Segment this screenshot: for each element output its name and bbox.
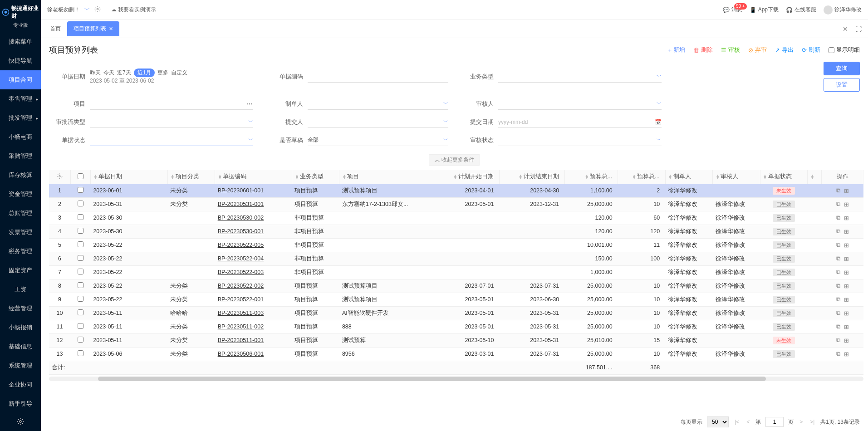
sidebar-item-7[interactable]: 库存核算 xyxy=(0,166,41,185)
last-page-button[interactable]: >| xyxy=(809,419,816,425)
code-link[interactable]: BP-20230522-005 xyxy=(218,242,264,248)
date-shortcut[interactable]: 更多 xyxy=(157,69,168,77)
collapse-filters-button[interactable]: ︽ 收起更多条件 xyxy=(429,154,480,166)
date-shortcut[interactable]: 今天 xyxy=(103,69,114,77)
sidebar-item-9[interactable]: 总账管理 xyxy=(0,204,41,223)
row-checkbox[interactable] xyxy=(78,337,83,343)
more-icon[interactable]: ⊞ xyxy=(844,269,849,276)
more-icon[interactable]: ⊞ xyxy=(844,351,849,358)
row-checkbox[interactable] xyxy=(78,214,83,220)
more-icon[interactable]: ⊞ xyxy=(844,228,849,235)
col-extra[interactable]: ▲▼ xyxy=(808,170,822,184)
sidebar-item-11[interactable]: 税务管理 xyxy=(0,242,41,261)
sidebar-item-17[interactable]: 系统管理 xyxy=(0,356,41,375)
flowtype-select[interactable]: ﹀ xyxy=(90,116,253,128)
row-checkbox[interactable] xyxy=(78,350,83,356)
table-row[interactable]: 62023-05-22BP-20230522-004非项目预算150.00100… xyxy=(49,252,863,265)
table-row[interactable]: 42023-05-30BP-20230530-001非项目预算120.00120… xyxy=(49,225,863,238)
more-icon[interactable]: ⊞ xyxy=(844,242,849,249)
show-detail-checkbox[interactable] xyxy=(829,47,834,53)
close-icon[interactable]: ✕ xyxy=(109,26,113,32)
view-icon[interactable]: ⧉ xyxy=(836,283,840,289)
col-biztype[interactable]: ▲▼业务类型 xyxy=(292,170,339,184)
row-checkbox[interactable] xyxy=(78,255,83,261)
customer-service-button[interactable]: 🎧 在线客服 xyxy=(786,6,816,14)
submitter-select[interactable]: ﹀ xyxy=(308,116,448,128)
more-icon[interactable]: ⊞ xyxy=(844,187,849,194)
view-icon[interactable]: ⧉ xyxy=(836,201,840,208)
sidebar-item-18[interactable]: 企业协同 xyxy=(0,375,41,394)
date-shortcut[interactable]: 近7天 xyxy=(117,69,131,77)
tab-budget-list[interactable]: 项目预算列表 ✕ xyxy=(67,21,119,36)
page-input[interactable] xyxy=(765,417,784,427)
auditstatus-select[interactable]: ﹀ xyxy=(498,134,662,146)
chevron-down-icon[interactable]: ﹀ xyxy=(84,6,90,14)
sidebar-item-5[interactable]: 小畅电商 xyxy=(0,127,41,147)
date-shortcut[interactable]: 昨天 xyxy=(90,69,101,77)
code-link[interactable]: BP-20230522-001 xyxy=(218,296,264,303)
close-all-tabs-button[interactable]: ✕ xyxy=(839,25,852,33)
row-checkbox[interactable] xyxy=(78,187,83,193)
view-icon[interactable]: ⧉ xyxy=(836,269,840,276)
table-row[interactable]: 102023-05-11哈哈哈BP-20230511-003项目预算AI智能软硬… xyxy=(49,306,863,320)
show-detail-toggle[interactable]: 显示明细 xyxy=(829,46,860,54)
code-link[interactable]: BP-20230522-002 xyxy=(218,283,264,289)
submitdate-input[interactable]: yyyy-mm-dd📅 xyxy=(498,116,662,128)
gear-icon[interactable] xyxy=(94,6,101,14)
view-icon[interactable]: ⧉ xyxy=(836,323,840,330)
sidebar-item-15[interactable]: 小畅报销 xyxy=(0,318,41,337)
more-icon[interactable]: ⊞ xyxy=(844,296,849,303)
col-date[interactable]: ▲▼单据日期 xyxy=(90,170,167,184)
date-shortcut[interactable]: 自定义 xyxy=(171,69,187,77)
view-icon[interactable]: ⧉ xyxy=(836,255,840,262)
table-row[interactable]: 22023-05-31未分类BP-20230531-001项目预算东方塞纳17-… xyxy=(49,197,863,211)
row-checkbox[interactable] xyxy=(78,269,83,274)
col-end[interactable]: ▲▼计划结束日期 xyxy=(500,170,565,184)
col-code[interactable]: ▲▼单据编码 xyxy=(215,170,292,184)
prev-page-button[interactable]: < xyxy=(745,419,751,425)
sidebar-item-10[interactable]: 发票管理 xyxy=(0,223,41,242)
table-row[interactable]: 122023-05-11未分类BP-20230511-001项目预算测试预算20… xyxy=(49,333,863,347)
table-row[interactable]: 92023-05-22未分类BP-20230522-001项目预算测试预算项目2… xyxy=(49,293,863,306)
code-link[interactable]: BP-20230511-003 xyxy=(218,310,264,316)
code-input[interactable] xyxy=(308,71,448,83)
settings-button[interactable]: 设置 xyxy=(824,78,860,92)
more-icon[interactable]: ⊞ xyxy=(844,201,849,208)
more-icon[interactable]: ⊞ xyxy=(844,337,849,344)
table-row[interactable]: 132023-05-06未分类BP-20230506-001项目预算895620… xyxy=(49,347,863,361)
code-link[interactable]: BP-20230530-001 xyxy=(218,228,264,235)
view-icon[interactable]: ⧉ xyxy=(836,310,840,317)
company-selector[interactable]: 徐老板勿删！ xyxy=(47,6,80,14)
table-row[interactable]: 82023-05-22未分类BP-20230522-002项目预算测试预算项目2… xyxy=(49,279,863,293)
col-auditor[interactable]: ▲▼审核人 xyxy=(713,170,760,184)
more-icon[interactable]: ⊞ xyxy=(844,215,849,221)
sidebar-item-8[interactable]: 资金管理 xyxy=(0,185,41,204)
code-link[interactable]: BP-20230601-001 xyxy=(218,187,264,194)
demo-link[interactable]: ☁ 我要看实例演示 xyxy=(111,6,156,14)
next-page-button[interactable]: > xyxy=(798,419,804,425)
sidebar-item-12[interactable]: 固定资产 xyxy=(0,261,41,280)
row-checkbox[interactable] xyxy=(78,323,83,329)
search-button[interactable]: 查询 xyxy=(824,62,860,75)
col-creator[interactable]: ▲▼制单人 xyxy=(665,170,712,184)
audit-button[interactable]: ☰审核 xyxy=(721,46,740,54)
table-row[interactable]: 32023-05-30BP-20230530-002非项目预算120.0060徐… xyxy=(49,211,863,225)
table-row[interactable]: 12023-06-01未分类BP-20230601-001项目预算测试预算项目2… xyxy=(49,184,863,197)
sidebar-item-2[interactable]: 项目合同 xyxy=(0,70,41,89)
col-project[interactable]: ▲▼项目 xyxy=(339,170,434,184)
export-button[interactable]: ↗导出 xyxy=(775,46,794,54)
delete-button[interactable]: 🗑删除 xyxy=(693,46,713,54)
row-checkbox[interactable] xyxy=(78,241,83,247)
reject-button[interactable]: ⊘弃审 xyxy=(748,46,767,54)
view-icon[interactable]: ⧉ xyxy=(836,242,840,249)
sidebar-item-13[interactable]: 工资 xyxy=(0,280,41,299)
tab-home[interactable]: 首页 xyxy=(44,21,67,36)
more-icon[interactable]: ⊞ xyxy=(844,283,849,289)
add-button[interactable]: +新增 xyxy=(668,46,685,54)
sidebar-item-16[interactable]: 基础信息 xyxy=(0,337,41,356)
view-icon[interactable]: ⧉ xyxy=(836,228,840,235)
view-icon[interactable]: ⧉ xyxy=(836,351,840,358)
first-page-button[interactable]: |< xyxy=(733,419,740,425)
col-amount[interactable]: ▲▼预算总... xyxy=(564,170,618,184)
code-link[interactable]: BP-20230522-004 xyxy=(218,255,264,262)
